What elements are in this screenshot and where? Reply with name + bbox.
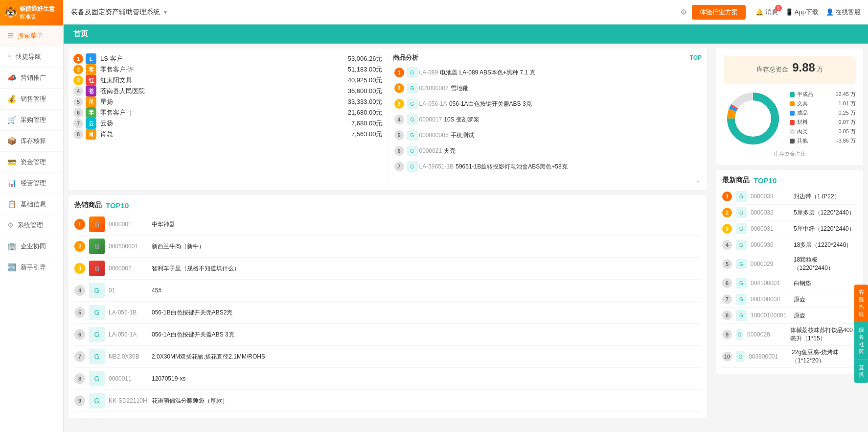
trial-button[interactable]: 体验行业方案 <box>692 5 746 20</box>
rank-badge: 4 <box>394 115 404 124</box>
live-btn[interactable]: 直播 <box>854 360 868 383</box>
product-icon: G <box>407 161 418 172</box>
customer-ranking: 1 L LS 客户 53,006.26元 2 零 零售客户-许 51,183.0… <box>73 53 383 185</box>
logo-version: 标准版 <box>20 13 55 21</box>
product-icon: G <box>407 98 418 109</box>
customer-service-btn[interactable]: 👤 在线客服 <box>826 8 861 17</box>
product-name: 18颗粒板（1220*2440） <box>794 256 857 272</box>
product-name: 056-1B白色按键开关壳ABS2壳 <box>152 309 232 317</box>
latest-product-item: 10 G 003800001 22g鱼豆腐-烧烤味（1*12*20） <box>722 346 857 368</box>
product-info: LA-089电池盖 LA-089 ABS本色+黑种 7.1 克 <box>419 65 702 80</box>
product-info: LA-056-1A056-1A白色按键开关盖ABS 3克 <box>419 96 702 112</box>
rankings-container: 1 L LS 客户 53,006.26元 2 零 零售客户-许 51,183.0… <box>69 48 707 190</box>
purchase-icon: 🛒 <box>7 116 17 124</box>
product-name: 白钢垫 <box>794 279 811 288</box>
customer-avatar: L <box>86 53 96 64</box>
sidebar-item-label: 搜索菜单 <box>18 31 43 40</box>
product-thumbnail: 🖼 <box>89 261 105 276</box>
sidebar-item-purchase[interactable]: 🛒 采购管理 <box>0 110 63 131</box>
legend-label: 半成品 <box>797 91 813 98</box>
rank-badge: 4 <box>74 285 85 296</box>
product-name: 智利车子里（规格不知道填什么） <box>152 264 240 273</box>
product-code: NB2.0X30B <box>109 353 148 360</box>
product-name: 18多层（1220*2440） <box>794 241 852 249</box>
product-code: LA-056-1A <box>109 331 148 338</box>
product-code: 003800001 <box>749 353 788 360</box>
product-sales-row: 1 G LA-089电池盖 LA-089 ABS本色+黑种 7.1 克 <box>393 65 702 80</box>
product-thumbnail-placeholder: G <box>89 371 105 386</box>
service-community-btn[interactable]: 服务社区 <box>854 322 868 360</box>
app-download-btn[interactable]: 📱 App下载 <box>785 8 819 17</box>
product-name: 花语萌偏温分腿睡袋（厚款） <box>152 397 228 405</box>
sidebar-item-inventory[interactable]: 📦 库存核算 <box>0 131 63 152</box>
sidebar-item-operations[interactable]: 📊 经营管理 <box>0 173 63 194</box>
product-thumbnail-placeholder: G <box>89 349 105 364</box>
customer-amount: 40,925.00元 <box>259 75 382 86</box>
legend-label: 成品 <box>797 109 808 117</box>
product-name: 封边带（1.0*22） <box>794 192 840 201</box>
scroll-chevron-icon: ⌄ <box>694 174 702 185</box>
latest-product-item: 1 G 0000033 封边带（1.0*22） <box>722 189 857 205</box>
product-icon: G <box>407 83 418 94</box>
legend-dot <box>790 101 795 106</box>
customer-name: 星扬 <box>100 96 259 107</box>
inventory-unit: 万 <box>817 66 823 73</box>
sidebar-item-quicknav[interactable]: ⌂ 快捷导航 <box>0 47 63 68</box>
rank-badge: 7 <box>74 351 85 362</box>
product-name: 中华神器 <box>152 220 175 229</box>
rank-badge: 8 <box>74 373 85 384</box>
customer-avatar: 零 <box>86 107 96 118</box>
product-sales-row: 5 G 000800005手机测试 <box>393 127 702 143</box>
sidebar-item-basic[interactable]: 📋 基础信息 <box>0 194 63 215</box>
page-header: 首页 <box>64 24 868 44</box>
sidebar-item-finance[interactable]: 💳 资金管理 <box>0 152 63 173</box>
sidebar-item-sales[interactable]: 💰 销售管理 <box>0 89 63 110</box>
rank-badge: 6 <box>73 108 83 118</box>
settings-icon[interactable]: ⚙ <box>680 7 687 17</box>
customer-name: 云扬 <box>100 118 259 129</box>
legend-item: 肉类 -0.05 万 <box>790 128 856 135</box>
product-info: LA-59651-1B59651-1B旋转投影灯电池盒ABS黑色+58克 <box>419 159 702 174</box>
customer-amount: 51,183.00元 <box>259 64 382 75</box>
logo-icon: 🐯 <box>4 6 17 19</box>
sidebar-item-guide[interactable]: 🆕 新手引导 <box>0 257 63 278</box>
search-icon: ☰ <box>7 31 14 40</box>
topbar-right: 🔔 消息 6 📱 App下载 👤 在线客服 <box>755 8 861 17</box>
product-icon: G <box>736 329 743 340</box>
product-icon: G <box>736 240 747 250</box>
inventory-card: 库存总资金 9.88 万 <box>716 48 863 165</box>
legend-item: 其他 -3.86 万 <box>790 137 856 144</box>
customer-name: 苍南县人民医院 <box>100 86 259 96</box>
product-sales-row: 2 G 001000002雪地靴 <box>393 80 702 96</box>
company-icon: 🏢 <box>7 242 17 251</box>
sidebar-item-system[interactable]: ⚙ 系统管理 <box>0 215 63 236</box>
sidebar-item-company[interactable]: 🏢 企业协同 <box>0 236 63 257</box>
customer-avatar: 红 <box>86 75 96 86</box>
dropdown-icon[interactable]: ▾ <box>164 9 167 16</box>
product-icon: G <box>736 310 747 321</box>
product-icon: G <box>736 278 747 288</box>
latest-product-item: 8 G 10000100001 原壶 <box>722 308 857 324</box>
hot-product-item: 5 G LA-056-1B 056-1B白色按键开关壳ABS2壳 <box>74 302 701 324</box>
product-thumbnail: 🖼 <box>89 239 105 254</box>
legend-label: 材料 <box>797 119 808 126</box>
hot-product-item: 9 G KK-SD22110H 花语萌偏温分腿睡袋（厚款） <box>74 390 701 412</box>
product-sales-row: 4 G 000001710S 变刻罗浆 <box>393 112 702 127</box>
latest-products-list: 1 G 0000033 封边带（1.0*22） 2 G 0000032 5厘多层… <box>722 189 857 368</box>
latest-product-item: 2 G 0000032 5厘多层（1220*2440） <box>722 205 857 221</box>
rank-badge: 5 <box>73 97 83 107</box>
latest-product-item: 6 G 004100001 白钢垫 <box>722 275 857 291</box>
rank-badge: 3 <box>394 99 404 109</box>
product-info: 0000021夹壳 <box>419 143 702 159</box>
sidebar-item-marketing[interactable]: 📣 营销推广 <box>0 68 63 89</box>
rank-badge: 1 <box>73 54 83 64</box>
rank-badge: 2 <box>394 83 404 93</box>
product-name: 056-1A白色按键开关盖ABS 3克 <box>152 331 234 339</box>
legend-label-container: 文具 <box>790 100 808 107</box>
inventory-subtitle: 库存资金占比 <box>724 150 856 158</box>
sidebar-item-search[interactable]: ☰ 搜索菜单 <box>0 25 63 47</box>
customer-hotline-btn[interactable]: 客服热线 <box>854 285 868 322</box>
rank-badge: 9 <box>74 395 85 406</box>
notification-btn[interactable]: 🔔 消息 6 <box>755 8 778 17</box>
customer-row: 5 星 星扬 33,333.00元 <box>73 96 383 107</box>
